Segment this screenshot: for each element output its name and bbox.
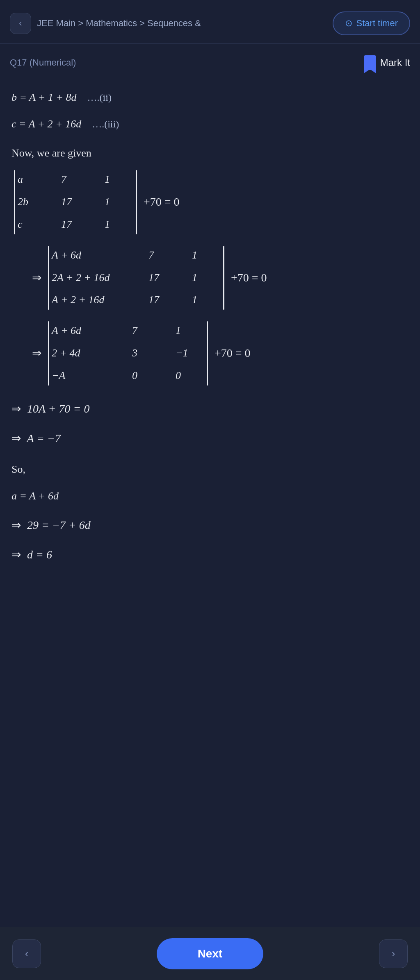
prev-arrow-icon: ‹	[25, 947, 29, 960]
question-label: Q17 (Numerical)	[10, 57, 76, 68]
content-area: b = A + 1 + 8d ….(ii) c = A + 2 + 16d ….…	[0, 77, 420, 656]
next-arrow-button[interactable]: ›	[379, 939, 408, 968]
result-line-1: ⇒ 10A + 70 = 0	[11, 399, 409, 419]
so-text: So,	[11, 460, 409, 479]
determinant-1: a 7 1 2b 17 1 c 17 1 +70 = 0	[11, 170, 409, 234]
header-left: ‹ JEE Main > Mathematics > Sequences &	[10, 13, 201, 34]
breadcrumb: JEE Main > Mathematics > Sequences &	[37, 18, 201, 29]
start-timer-label: Start timer	[356, 18, 398, 29]
bookmark-icon	[364, 55, 376, 70]
prev-button[interactable]: ‹	[12, 939, 41, 968]
det1-suffix: +70 = 0	[144, 192, 180, 212]
result-line-4: ⇒ d = 6	[11, 544, 409, 565]
question-header: Q17 (Numerical) Mark It	[0, 44, 420, 77]
det3-suffix: +70 = 0	[215, 343, 251, 363]
det-grid-2: A + 6d 7 1 2A + 2 + 16d 17 1 A + 2 + 16d…	[52, 246, 221, 310]
equation-c: c = A + 2 + 16d ….(iii)	[11, 115, 409, 134]
start-timer-button[interactable]: ⊙ Start timer	[333, 11, 410, 35]
next-arrow-icon: ›	[392, 947, 395, 960]
det-grid-1: a 7 1 2b 17 1 c 17 1	[18, 170, 133, 234]
arrow-1: ⇒	[32, 268, 41, 288]
result-line-3: ⇒ 29 = −7 + 6d	[11, 515, 409, 535]
mark-it-button[interactable]: Mark It	[364, 55, 410, 70]
det-grid-3: A + 6d 7 1 2 + 4d 3 −1 −A 0 0	[52, 321, 204, 385]
intro-text: Now, we are given	[11, 144, 409, 163]
equation-b: b = A + 1 + 8d ….(ii)	[11, 88, 409, 107]
eq-a-line: a = A + 6d	[11, 487, 409, 506]
det2-suffix: +70 = 0	[231, 268, 267, 288]
determinant-3-outer: ⇒ A + 6d 7 1 2 + 4d 3 −1 −A 0 0	[11, 321, 409, 385]
next-label: Next	[198, 947, 223, 960]
timer-icon: ⊙	[345, 18, 352, 29]
bottom-navigation: ‹ Next ›	[0, 927, 420, 980]
determinant-2-outer: ⇒ A + 6d 7 1 2A + 2 + 16d 17 1 A + 2 + 1…	[11, 246, 409, 310]
mark-it-label: Mark It	[380, 57, 410, 68]
back-button[interactable]: ‹	[10, 13, 31, 34]
det-bar-left	[14, 170, 15, 234]
next-button[interactable]: Next	[157, 938, 264, 969]
result-line-2: ⇒ A = −7	[11, 428, 409, 449]
arrow-2: ⇒	[32, 343, 41, 363]
header: ‹ JEE Main > Mathematics > Sequences & ⊙…	[0, 0, 420, 44]
det-bar-right	[136, 170, 137, 234]
